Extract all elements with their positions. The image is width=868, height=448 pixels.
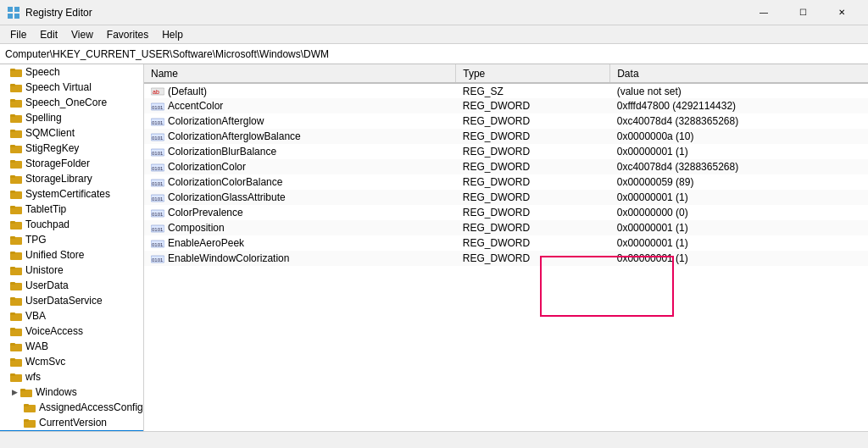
table-row[interactable]: 0101 ColorizationAfterglowBalanceREG_DWO… <box>144 129 868 144</box>
table-row[interactable]: 0101 AccentColorREG_DWORD0xfffd47800 (42… <box>144 98 868 113</box>
table-row[interactable]: 0101 ColorizationAfterglowREG_DWORD0xc40… <box>144 113 868 129</box>
value-type: REG_DWORD <box>456 220 610 235</box>
tree-item[interactable]: WcmSvc <box>0 354 143 369</box>
svg-text:0101: 0101 <box>152 181 164 186</box>
table-row[interactable]: 0101 CompositionREG_DWORD0x00000001 (1) <box>144 220 868 235</box>
table-row[interactable]: 0101 ColorizationGlassAttributeREG_DWORD… <box>144 190 868 205</box>
folder-icon <box>10 66 22 78</box>
tree-item[interactable]: StorageLibrary <box>0 171 143 186</box>
col-name[interactable]: Name <box>144 64 456 83</box>
folder-icon <box>10 142 22 154</box>
tree-item[interactable]: DWM <box>0 430 143 431</box>
svg-rect-37 <box>10 312 15 315</box>
table-row[interactable]: 0101 EnableWindowColorizationREG_DWORD0x… <box>144 251 868 266</box>
address-bar: Computer\HKEY_CURRENT_USER\Software\Micr… <box>0 44 868 64</box>
value-name: 0101 ColorPrevalence <box>144 205 456 220</box>
tree-item-label: UserDataService <box>25 295 103 307</box>
reg-value-icon: 0101 <box>151 208 164 218</box>
tree-item-label: StorageFolder <box>25 158 90 169</box>
tree-item[interactable]: WAB <box>0 339 143 354</box>
tree-item[interactable]: Spelling <box>0 110 143 125</box>
value-data: 0x00000001 (1) <box>610 144 868 159</box>
tree-item[interactable]: VBA <box>0 308 143 324</box>
svg-text:0101: 0101 <box>152 227 164 232</box>
table-row[interactable]: ab (Default)REG_SZ(value not set) <box>144 83 868 98</box>
close-button[interactable]: ✕ <box>822 0 861 25</box>
tree-item-label: TPG <box>25 234 47 246</box>
col-data[interactable]: Data <box>610 64 868 83</box>
folder-icon <box>10 81 22 93</box>
folder-icon <box>10 97 22 108</box>
tree-item-label: Speech <box>25 66 60 78</box>
values-panel[interactable]: Name Type Data ab (Default)REG_SZ(value … <box>144 64 868 431</box>
tree-item[interactable]: Unistore <box>0 263 143 278</box>
tree-item[interactable]: VoiceAccess <box>0 324 143 339</box>
tree-item[interactable]: Touchpad <box>0 217 143 232</box>
value-data: (value not set) <box>610 83 868 98</box>
menu-item-favorites[interactable]: Favorites <box>100 27 155 42</box>
table-row[interactable]: 0101 ColorizationBlurBalanceREG_DWORD0x0… <box>144 144 868 159</box>
table-row[interactable]: 0101 ColorPrevalenceREG_DWORD0x00000000 … <box>144 205 868 220</box>
tree-item[interactable]: Speech <box>0 64 143 80</box>
value-name: 0101 EnableAeroPeek <box>144 235 456 251</box>
tree-item[interactable]: wfs <box>0 369 143 384</box>
svg-rect-35 <box>10 297 15 300</box>
table-row[interactable]: 0101 EnableAeroPeekREG_DWORD0x00000001 (… <box>144 235 868 251</box>
svg-rect-9 <box>10 99 15 102</box>
tree-item[interactable]: StorageFolder <box>0 156 143 171</box>
svg-text:0101: 0101 <box>152 151 164 156</box>
tree-item[interactable]: Speech Virtual <box>0 80 143 95</box>
svg-rect-39 <box>10 328 15 330</box>
value-type: REG_SZ <box>456 83 610 98</box>
svg-rect-0 <box>8 7 13 12</box>
svg-text:0101: 0101 <box>152 242 164 247</box>
table-row[interactable]: 0101 ColorizationColorBalanceREG_DWORD0x… <box>144 174 868 190</box>
value-name: 0101 ColorizationColorBalance <box>144 174 456 190</box>
tree-item-label: VoiceAccess <box>25 325 83 337</box>
svg-rect-49 <box>24 404 29 407</box>
menu-item-help[interactable]: Help <box>155 27 190 42</box>
main-content: Speech Speech Virtual Speech_OneCore Spe… <box>0 64 868 431</box>
tree-item[interactable]: Speech_OneCore <box>0 95 143 110</box>
tree-item[interactable]: ▶ Windows <box>0 384 143 400</box>
maximize-button[interactable]: ☐ <box>783 0 822 25</box>
value-type: REG_DWORD <box>456 129 610 144</box>
tree-item[interactable]: TPG <box>0 232 143 247</box>
tree-item-label: Windows <box>36 386 77 398</box>
menu-item-view[interactable]: View <box>64 27 100 42</box>
tree-item[interactable]: CurrentVersion <box>0 415 143 430</box>
table-row[interactable]: 0101 ColorizationColorREG_DWORD0xc40078d… <box>144 159 868 174</box>
tree-item[interactable]: UserDataService <box>0 293 143 308</box>
tree-item[interactable]: TabletTip <box>0 202 143 217</box>
tree-panel[interactable]: Speech Speech Virtual Speech_OneCore Spe… <box>0 64 144 431</box>
value-name: 0101 AccentColor <box>144 98 456 113</box>
svg-rect-25 <box>10 221 15 224</box>
value-type: REG_DWORD <box>456 190 610 205</box>
minimize-button[interactable]: — <box>744 0 783 25</box>
menu-item-file[interactable]: File <box>3 27 33 42</box>
value-name: 0101 EnableWindowColorization <box>144 251 456 266</box>
col-type[interactable]: Type <box>456 64 610 83</box>
svg-rect-51 <box>24 419 29 422</box>
folder-icon <box>10 371 22 383</box>
window-title: Registry Editor <box>25 7 744 19</box>
tree-item[interactable]: AssignedAccessConfiguration <box>0 400 143 415</box>
svg-text:0101: 0101 <box>152 166 164 171</box>
tree-item-label: Spelling <box>25 112 62 124</box>
tree-item-label: StorageLibrary <box>25 173 92 185</box>
reg-value-icon: 0101 <box>151 102 164 112</box>
reg-value-icon: 0101 <box>151 224 164 234</box>
value-type: REG_DWORD <box>456 174 610 190</box>
tree-item[interactable]: StigRegKey <box>0 141 143 156</box>
tree-item[interactable]: UserData <box>0 278 143 293</box>
folder-icon <box>10 295 22 307</box>
menu-item-edit[interactable]: Edit <box>33 27 64 42</box>
tree-item[interactable]: Unified Store <box>0 247 143 263</box>
value-type: REG_DWORD <box>456 251 610 266</box>
value-type: REG_DWORD <box>456 113 610 129</box>
folder-icon <box>10 234 22 246</box>
tree-item[interactable]: SQMClient <box>0 125 143 141</box>
svg-rect-45 <box>10 373 15 376</box>
tree-item-label: SystemCertificates <box>25 188 110 200</box>
tree-item[interactable]: SystemCertificates <box>0 186 143 202</box>
